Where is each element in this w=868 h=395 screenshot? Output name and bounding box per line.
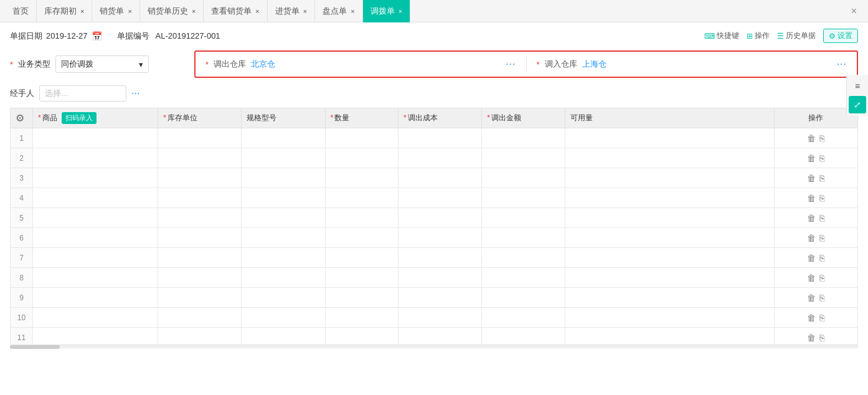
row-unit-10[interactable] (158, 308, 242, 328)
biz-type-select[interactable]: 同价调拨 ▾ (55, 55, 149, 73)
row-qty-1[interactable] (325, 128, 398, 148)
row-spec-4[interactable] (242, 188, 325, 208)
copy-icon-9[interactable]: ⎘ (819, 293, 824, 303)
row-unit-1[interactable] (158, 128, 242, 148)
row-amount-9[interactable] (482, 288, 565, 308)
copy-icon-10[interactable]: ⎘ (819, 313, 824, 323)
row-qty-11[interactable] (325, 328, 398, 345)
copy-icon-11[interactable]: ⎘ (819, 333, 824, 343)
wh-out-value[interactable]: 北京仓 (251, 59, 501, 70)
row-amount-4[interactable] (482, 188, 565, 208)
row-goods-1[interactable] (33, 128, 158, 148)
delete-icon-6[interactable]: 🗑 (807, 233, 816, 243)
scroll-thumb[interactable] (10, 345, 60, 349)
row-amount-8[interactable] (482, 268, 565, 288)
delete-icon-10[interactable]: 🗑 (807, 313, 816, 323)
row-spec-1[interactable] (242, 128, 325, 148)
row-spec-10[interactable] (242, 308, 325, 328)
row-cost-7[interactable] (399, 248, 482, 268)
row-cost-5[interactable] (399, 208, 482, 228)
row-spec-5[interactable] (242, 208, 325, 228)
row-qty-4[interactable] (325, 188, 398, 208)
row-goods-2[interactable] (33, 148, 158, 168)
row-spec-9[interactable] (242, 288, 325, 308)
row-qty-10[interactable] (325, 308, 398, 328)
operate-btn[interactable]: ⊞ 操作 (747, 31, 770, 41)
copy-icon-4[interactable]: ⎘ (819, 193, 824, 203)
tab-inventory-init-close[interactable]: × (80, 7, 84, 15)
delete-icon-9[interactable]: 🗑 (807, 293, 816, 303)
shortcut-btn[interactable]: ⌨ 快捷键 (704, 31, 739, 41)
tab-sales-order[interactable]: 销货单 × (92, 0, 139, 22)
scan-button[interactable]: 扫码录入 (62, 112, 97, 124)
close-all-tabs[interactable]: × (845, 6, 863, 17)
tab-view-sales-close[interactable]: × (255, 7, 259, 15)
copy-icon-5[interactable]: ⎘ (819, 213, 824, 223)
row-cost-6[interactable] (399, 228, 482, 248)
handler-more-btn[interactable]: ··· (131, 88, 139, 99)
row-amount-3[interactable] (482, 168, 565, 188)
row-goods-8[interactable] (33, 268, 158, 288)
row-amount-11[interactable] (482, 328, 565, 345)
row-qty-5[interactable] (325, 208, 398, 228)
row-unit-4[interactable] (158, 188, 242, 208)
wh-in-more-btn[interactable]: ··· (837, 59, 847, 70)
delete-icon-3[interactable]: 🗑 (807, 173, 816, 183)
settings-button[interactable]: ⚙ 设置 (823, 29, 858, 43)
row-spec-11[interactable] (242, 328, 325, 345)
row-amount-5[interactable] (482, 208, 565, 228)
row-unit-8[interactable] (158, 268, 242, 288)
row-unit-6[interactable] (158, 228, 242, 248)
row-cost-8[interactable] (399, 268, 482, 288)
delete-icon-2[interactable]: 🗑 (807, 153, 816, 163)
row-unit-9[interactable] (158, 288, 242, 308)
row-cost-1[interactable] (399, 128, 482, 148)
calendar-icon[interactable]: 📅 (92, 31, 102, 41)
row-qty-9[interactable] (325, 288, 398, 308)
row-spec-2[interactable] (242, 148, 325, 168)
row-unit-11[interactable] (158, 328, 242, 345)
row-goods-5[interactable] (33, 208, 158, 228)
row-qty-2[interactable] (325, 148, 398, 168)
row-qty-3[interactable] (325, 168, 398, 188)
row-cost-3[interactable] (399, 168, 482, 188)
row-goods-9[interactable] (33, 288, 158, 308)
copy-icon-3[interactable]: ⎘ (819, 173, 824, 183)
row-cost-9[interactable] (399, 288, 482, 308)
wh-out-more-btn[interactable]: ··· (506, 59, 516, 70)
delete-icon-1[interactable]: 🗑 (807, 133, 816, 143)
row-spec-7[interactable] (242, 248, 325, 268)
copy-icon-7[interactable]: ⎘ (819, 253, 824, 263)
sidebar-list-icon[interactable]: ≡ (849, 77, 866, 95)
row-unit-7[interactable] (158, 248, 242, 268)
row-qty-6[interactable] (325, 228, 398, 248)
row-qty-7[interactable] (325, 248, 398, 268)
row-unit-5[interactable] (158, 208, 242, 228)
row-cost-10[interactable] (399, 308, 482, 328)
delete-icon-11[interactable]: 🗑 (807, 333, 816, 343)
tab-purchase[interactable]: 进货单 × (268, 0, 315, 22)
copy-icon-1[interactable]: ⎘ (819, 133, 824, 143)
tab-sales-order-close[interactable]: × (128, 7, 131, 15)
row-spec-6[interactable] (242, 228, 325, 248)
row-spec-8[interactable] (242, 268, 325, 288)
row-goods-3[interactable] (33, 168, 158, 188)
wh-in-value[interactable]: 上海仓 (582, 59, 832, 70)
history-btn[interactable]: ☰ 历史单据 (777, 31, 816, 41)
row-unit-3[interactable] (158, 168, 242, 188)
tab-stocktake-close[interactable]: × (351, 7, 354, 15)
row-cost-2[interactable] (399, 148, 482, 168)
row-amount-10[interactable] (482, 308, 565, 328)
tab-purchase-close[interactable]: × (303, 7, 307, 15)
tab-stocktake[interactable]: 盘点单 × (315, 0, 362, 22)
delete-icon-8[interactable]: 🗑 (807, 273, 816, 283)
row-goods-6[interactable] (33, 228, 158, 248)
date-value[interactable]: 2019-12-27 (46, 31, 88, 40)
row-amount-2[interactable] (482, 148, 565, 168)
tab-sales-history[interactable]: 销货单历史 × (140, 0, 204, 22)
tab-home[interactable]: 首页 (5, 0, 37, 22)
row-goods-10[interactable] (33, 308, 158, 328)
row-cost-4[interactable] (399, 188, 482, 208)
tab-sales-history-close[interactable]: × (192, 7, 196, 15)
row-amount-7[interactable] (482, 248, 565, 268)
